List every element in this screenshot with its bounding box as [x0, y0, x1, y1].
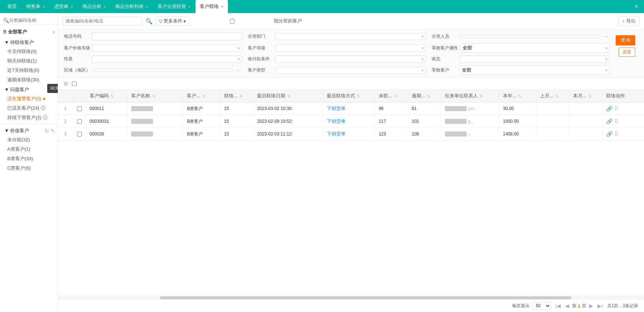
row3-name	[128, 128, 183, 141]
th-lastway[interactable]: 最后联络方式 ⇅	[323, 90, 375, 102]
th-lastmonth[interactable]: 上月... ⇅	[536, 90, 569, 102]
nav-customer-layer[interactable]: 客户分层经营 ×	[153, 0, 195, 13]
th-type[interactable]: 客户... ⇅	[183, 90, 220, 102]
edit-icon[interactable]: ✎	[51, 128, 55, 134]
row3-menu-icon[interactable]: ⠿	[615, 131, 618, 137]
select-all-checkbox[interactable]	[72, 81, 77, 86]
filter-phone-input[interactable]	[92, 32, 242, 40]
nav-purchase-close[interactable]: ×	[71, 4, 73, 9]
filter-manager-label: 分管人员	[432, 33, 457, 40]
problem-customer-tooltip: 90天未交易的客户，可能有流失风险。	[47, 84, 58, 93]
per-page-select[interactable]: 50 20 100	[532, 302, 551, 310]
row1-menu-icon[interactable]: ⠿	[615, 106, 618, 112]
nav-customer-link-close[interactable]: ×	[221, 4, 223, 9]
filter-level-select[interactable]: ▾	[275, 45, 426, 52]
nav-home[interactable]: 首页	[3, 0, 21, 13]
manager-more-icon[interactable]: ···	[603, 33, 610, 39]
row1-lastway-link[interactable]: 下销货单	[327, 106, 346, 111]
top-nav: 首页 销售单 × 进货单 × 商品分析 × 商品分析列表 × 客户分层经营 × …	[0, 0, 644, 13]
my-customers-checkbox[interactable]	[192, 19, 272, 24]
row3-contact: 15	[220, 128, 253, 141]
row3-lastway-link[interactable]: 下销货单	[327, 131, 346, 137]
filter-dept-select[interactable]: ▾	[275, 33, 426, 40]
search-input[interactable]	[63, 17, 142, 25]
row1-link-icon[interactable]: 🔗	[606, 106, 612, 112]
row3-link-icon[interactable]: 🔗	[606, 131, 612, 137]
row2-lastway-link[interactable]: 下销货单	[327, 118, 346, 124]
th-code[interactable]: 客户编码 ⇅	[86, 90, 128, 102]
nav-customer-layer-close[interactable]: ×	[188, 4, 190, 9]
row2-type: B类客户	[183, 115, 220, 128]
sort-associate-icon: ⇅	[480, 94, 483, 98]
sidebar-search-input[interactable]	[9, 18, 58, 23]
filter-region-row: 区域（地区） ···	[64, 65, 242, 75]
nav-analysis-close[interactable]: ×	[104, 4, 106, 9]
sidebar-item-declining[interactable]: 持续下滑客户(2) ⓘ	[0, 113, 58, 122]
sidebar-item-overdue-link[interactable]: 逾期未联络(30)	[0, 75, 58, 85]
sort-type-icon: ⇅	[202, 94, 205, 98]
filter-status-select[interactable]: ▾	[459, 56, 610, 62]
query-btn[interactable]: 查询	[616, 35, 635, 45]
table-settings-btn[interactable]: ⚙	[63, 80, 69, 88]
th-lastdate[interactable]: 最后联络日期 ⇅	[253, 90, 323, 102]
first-page-btn[interactable]: |◀	[554, 302, 562, 309]
row2-checkbox[interactable]	[77, 119, 82, 124]
sidebar-item-today[interactable]: 今天待联络(0)	[0, 47, 58, 56]
sidebar-collapse-btn[interactable]: «	[52, 29, 55, 35]
sidebar-item-week[interactable]: 近7天待联络(0)	[0, 66, 58, 75]
sort-lastmonth-icon: ⇅	[555, 94, 558, 98]
filter-zero-attr-select[interactable]: 全部 ▾	[460, 43, 610, 53]
sidebar: 🔍 ⠿ 全部客户 « ▼ 待联络客户 今天待联络(0) 明天待联络(1) 近7天…	[0, 13, 58, 312]
nav-purchase[interactable]: 进货单 ×	[50, 0, 77, 13]
filter-manager-select[interactable]	[459, 35, 600, 38]
row3-checkbox[interactable]	[77, 132, 82, 137]
close-all-tabs[interactable]: ×	[632, 3, 641, 10]
th-contact[interactable]: 联络... ⇅	[220, 90, 253, 102]
th-name[interactable]: 客户名称 ⇅	[128, 90, 183, 102]
nav-sales[interactable]: 销售单 ×	[22, 0, 49, 13]
filter-ctype-label: 客户类型	[248, 67, 273, 73]
sidebar-item-class-a[interactable]: A类客户(1)	[0, 145, 58, 154]
settings-btn[interactable]: 设置	[619, 48, 635, 57]
sidebar-item-lost-actual[interactable]: 已流失客户(24) ⓘ	[0, 104, 58, 113]
sidebar-all-customers[interactable]: ⠿ 全部客户 «	[0, 27, 58, 37]
filter-manager-row: 分管人员 ···	[432, 32, 610, 40]
sidebar-item-class-c[interactable]: C类客户(6)	[0, 163, 58, 173]
sidebar-group-pending[interactable]: ▼ 待联络客户	[0, 37, 58, 47]
th-overdue[interactable]: 逾期... ⇅	[408, 90, 441, 102]
filter-payment-select[interactable]: ▾	[275, 56, 426, 62]
sidebar-item-lost-warning[interactable]: 流失预警客户(3) ●	[0, 94, 58, 104]
row1-checkbox[interactable]	[77, 106, 82, 111]
sidebar-item-class-b[interactable]: B类客户(33)	[0, 154, 58, 163]
row2-link-icon[interactable]: 🔗	[606, 118, 612, 124]
my-customers-filter[interactable]: 我分管的客户	[192, 18, 302, 24]
filter-ctype-select[interactable]: ▾	[275, 67, 426, 74]
nav-customer-link[interactable]: 客户联络 ×	[196, 0, 228, 13]
refresh-icon[interactable]: ↻	[45, 128, 49, 134]
sidebar-item-tomorrow[interactable]: 明天待联络(1)	[0, 56, 58, 66]
row2-menu-icon[interactable]: ⠿	[615, 118, 618, 124]
filter-price-select[interactable]: ▾	[92, 45, 242, 52]
filter-nature-select[interactable]: ▾	[92, 56, 242, 62]
last-page-btn[interactable]: ▶|	[596, 302, 604, 309]
th-unlinked[interactable]: 未联... ⇅	[375, 90, 408, 102]
filter-region-select[interactable]	[92, 69, 233, 72]
nav-analysis[interactable]: 商品分析 ×	[78, 0, 110, 13]
th-thisyear[interactable]: 本年... ⇅	[499, 90, 536, 102]
export-btn[interactable]: ↑ 导出	[619, 16, 640, 26]
prev-page-btn[interactable]: ◀	[564, 302, 571, 309]
sidebar-item-ungrouped[interactable]: 未分组(32)	[0, 135, 58, 145]
nav-analysis-list[interactable]: 商品分析列表 ×	[111, 0, 152, 13]
region-more-icon[interactable]: ···	[235, 67, 242, 73]
th-thismonth[interactable]: 本月... ⇅	[569, 90, 602, 102]
filter-zero-customer-select[interactable]: 全部 ▾	[459, 65, 610, 75]
filter-more-btn[interactable]: ▽ 更多条件 ▾	[156, 16, 189, 26]
th-associate[interactable]: 往来单位联系人 ⇅	[441, 90, 499, 102]
nav-analysis-list-close[interactable]: ×	[146, 4, 148, 9]
nav-sales-close[interactable]: ×	[43, 4, 45, 9]
filter-search-btn[interactable]: 🔍	[145, 18, 153, 25]
table-container[interactable]: 客户编码 ⇅ 客户名称 ⇅ 客户... ⇅ 联络...	[58, 90, 644, 296]
sidebar-group-value[interactable]: ▼ 价值客户 ↻ ✎	[0, 126, 58, 135]
next-page-btn[interactable]: ▶	[588, 302, 595, 309]
table-row: 2 00030031 B类客户 15 2023-02-09 19:52:	[58, 115, 644, 128]
